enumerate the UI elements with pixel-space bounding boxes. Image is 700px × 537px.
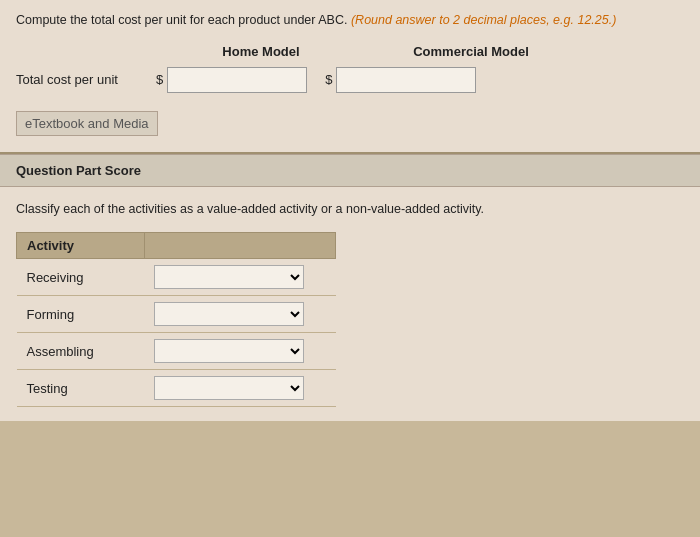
classify-instruction: Classify each of the activities as a val… <box>16 201 684 219</box>
activity-dropdown-cell-2: Value-added activityNon-value-added acti… <box>144 333 335 370</box>
main-instruction: Compute the total cost per unit for each… <box>16 13 347 27</box>
classification-column-header <box>144 233 335 259</box>
cost-label: Total cost per unit <box>16 72 156 87</box>
instruction-text: Compute the total cost per unit for each… <box>16 12 684 30</box>
activity-name-0: Receiving <box>17 259 145 296</box>
activity-name-3: Testing <box>17 370 145 407</box>
activity-select-2[interactable]: Value-added activityNon-value-added acti… <box>154 339 304 363</box>
activity-name-1: Forming <box>17 296 145 333</box>
question-part-score-label: Question Part Score <box>16 163 141 178</box>
commercial-model-input-group: $ <box>325 67 476 93</box>
bottom-section: Classify each of the activities as a val… <box>0 187 700 422</box>
dollar-sign-1: $ <box>156 72 163 87</box>
question-part-score-section: Question Part Score <box>0 154 700 187</box>
table-row: ReceivingValue-added activityNon-value-a… <box>17 259 336 296</box>
table-row: FormingValue-added activityNon-value-add… <box>17 296 336 333</box>
activity-table-body: ReceivingValue-added activityNon-value-a… <box>17 259 336 407</box>
commercial-model-cost-input[interactable] <box>336 67 476 93</box>
activity-dropdown-cell-1: Value-added activityNon-value-added acti… <box>144 296 335 333</box>
activity-table: Activity ReceivingValue-added activityNo… <box>16 232 336 407</box>
activity-dropdown-cell-3: Value-added activityNon-value-added acti… <box>144 370 335 407</box>
cost-row: Total cost per unit $ $ <box>16 67 684 93</box>
top-section: Compute the total cost per unit for each… <box>0 0 700 154</box>
model-headers: Home Model Commercial Model <box>176 44 684 59</box>
activity-column-header: Activity <box>17 233 145 259</box>
activity-select-0[interactable]: Value-added activityNon-value-added acti… <box>154 265 304 289</box>
activity-select-3[interactable]: Value-added activityNon-value-added acti… <box>154 376 304 400</box>
table-row: AssemblingValue-added activityNon-value-… <box>17 333 336 370</box>
home-model-input-group: $ <box>156 67 307 93</box>
activity-dropdown-cell-0: Value-added activityNon-value-added acti… <box>144 259 335 296</box>
table-header-row: Activity <box>17 233 336 259</box>
home-model-header: Home Model <box>176 44 346 59</box>
instruction-note: (Round answer to 2 decimal places, e.g. … <box>351 13 616 27</box>
dollar-sign-2: $ <box>325 72 332 87</box>
etextbook-link[interactable]: eTextbook and Media <box>16 111 158 136</box>
activity-name-2: Assembling <box>17 333 145 370</box>
etextbook-label: eTextbook and Media <box>25 116 149 131</box>
commercial-model-header: Commercial Model <box>386 44 556 59</box>
home-model-cost-input[interactable] <box>167 67 307 93</box>
table-row: TestingValue-added activityNon-value-add… <box>17 370 336 407</box>
activity-select-1[interactable]: Value-added activityNon-value-added acti… <box>154 302 304 326</box>
